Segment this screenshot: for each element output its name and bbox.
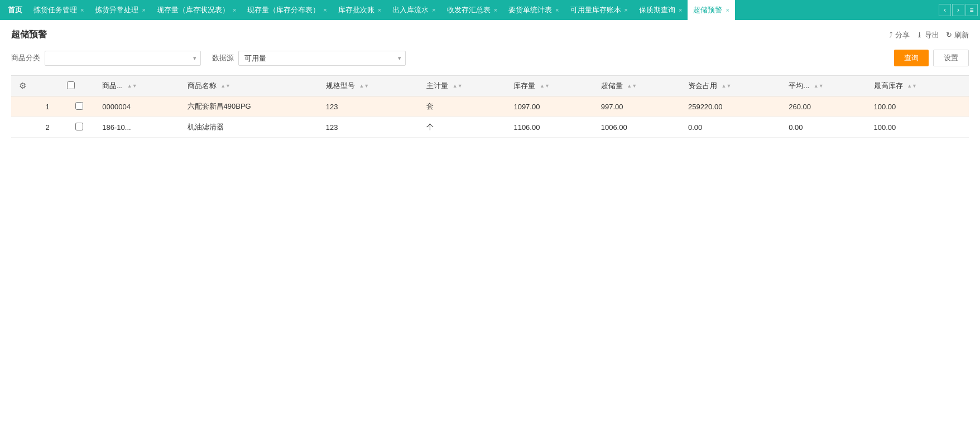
header-actions: ⤴ 分享 ⤓ 导出 ↻ 刷新	[889, 30, 969, 40]
close-tab-2[interactable]: ×	[142, 7, 145, 13]
col-settings: ⚙	[11, 76, 33, 96]
col-num	[33, 76, 61, 96]
row-stock-cell: 1097.00	[508, 96, 595, 117]
row-checkbox[interactable]	[75, 123, 83, 130]
select-all-checkbox[interactable]	[67, 81, 75, 89]
col-checkbox	[61, 76, 97, 96]
col-spec[interactable]: 规格型号 ▲▼	[320, 76, 421, 96]
col-overstock[interactable]: 超储量 ▲▼	[595, 76, 683, 96]
row-maxstock-cell: 100.00	[868, 96, 969, 117]
close-tab-8[interactable]: ×	[555, 7, 559, 13]
nav-prev-button[interactable]: ‹	[939, 4, 951, 16]
close-tab-9[interactable]: ×	[624, 7, 628, 13]
page-content: 超储预警 ⤴ 分享 ⤓ 导出 ↻ 刷新 商品分类 ▾	[0, 20, 980, 446]
refresh-button[interactable]: ↻ 刷新	[946, 30, 969, 40]
sort-overstock-icon: ▲▼	[627, 84, 637, 89]
row-capital-cell: 0.00	[683, 117, 783, 138]
table-header-row: ⚙ 商品... ▲▼ 商品名称 ▲▼ 规格型号 ▲▼	[11, 76, 969, 96]
nav-tab-2[interactable]: 拣货异常处理 ×	[89, 0, 151, 20]
close-tab-10[interactable]: ×	[679, 7, 682, 13]
category-select[interactable]	[45, 51, 201, 66]
category-filter-group: 商品分类 ▾	[11, 51, 201, 66]
close-tab-7[interactable]: ×	[494, 7, 497, 13]
query-button[interactable]: 查询	[894, 50, 929, 66]
filter-actions: 查询 设置	[894, 50, 969, 66]
row-settings-cell	[11, 117, 33, 138]
col-stock[interactable]: 库存量 ▲▼	[508, 76, 595, 96]
page-header: 超储预警 ⤴ 分享 ⤓ 导出 ↻ 刷新	[11, 29, 969, 41]
nav-tab-4[interactable]: 现存量（库存分布表） ×	[242, 0, 332, 20]
sort-unit-icon: ▲▼	[453, 84, 463, 89]
col-avg[interactable]: 平均... ▲▼	[783, 76, 868, 96]
row-num-cell: 1	[33, 96, 61, 117]
row-spec-cell: 123	[320, 117, 421, 138]
sort-avg-icon: ▲▼	[814, 84, 824, 89]
row-capital-cell: 259220.00	[683, 96, 783, 117]
filter-row: 商品分类 ▾ 数据源 可用量 ▾ 查询 设置	[11, 50, 969, 66]
datasource-select-wrapper: 可用量 ▾	[238, 51, 406, 66]
share-button[interactable]: ⤴ 分享	[889, 30, 910, 40]
sort-maxstock-icon: ▲▼	[907, 84, 917, 89]
row-checkbox[interactable]	[75, 102, 83, 110]
col-maxstock[interactable]: 最高库存 ▲▼	[868, 76, 969, 96]
category-label: 商品分类	[11, 53, 40, 63]
nav-tab-11[interactable]: 超储预警 ×	[688, 0, 734, 20]
table-row: 2 186-10... 机油滤清器 123 个 1106.00 1006.00 …	[11, 117, 969, 138]
row-name-cell: 机油滤清器	[182, 117, 320, 138]
top-navigation: 首页 拣货任务管理 × 拣货异常处理 × 现存量（库存状况表） × 现存量（库存…	[0, 0, 980, 20]
table-row: 1 0000004 六配套新昌490BPG 123 套 1097.00 997.…	[11, 96, 969, 117]
nav-home[interactable]: 首页	[2, 0, 28, 20]
row-overstock-cell: 1006.00	[595, 117, 683, 138]
sort-stock-icon: ▲▼	[540, 84, 550, 89]
sort-capital-icon: ▲▼	[722, 84, 732, 89]
nav-tab-5[interactable]: 库存批次账 ×	[333, 0, 387, 20]
row-checkbox-cell	[61, 96, 97, 117]
refresh-icon: ↻	[946, 31, 952, 39]
close-tab-11[interactable]: ×	[726, 7, 729, 13]
col-name[interactable]: 商品名称 ▲▼	[182, 76, 320, 96]
nav-tab-7[interactable]: 收发存汇总表 ×	[441, 0, 503, 20]
close-tab-4[interactable]: ×	[323, 7, 326, 13]
sort-code-icon: ▲▼	[127, 84, 137, 89]
nav-tab-1[interactable]: 拣货任务管理 ×	[28, 0, 89, 20]
datasource-label: 数据源	[212, 53, 234, 63]
datasource-filter-group: 数据源 可用量 ▾	[212, 51, 406, 66]
row-stock-cell: 1106.00	[508, 117, 595, 138]
col-code[interactable]: 商品... ▲▼	[97, 76, 181, 96]
row-overstock-cell: 997.00	[595, 96, 683, 117]
row-num-cell: 2	[33, 117, 61, 138]
row-avg-cell: 260.00	[783, 96, 868, 117]
nav-arrows: ‹ › ≡	[939, 4, 978, 16]
sort-name-icon: ▲▼	[220, 84, 230, 89]
nav-tab-8[interactable]: 要货单统计表 ×	[503, 0, 564, 20]
row-unit-cell: 套	[421, 96, 508, 117]
nav-next-button[interactable]: ›	[952, 4, 964, 16]
nav-tab-6[interactable]: 出入库流水 ×	[387, 0, 441, 20]
settings-button[interactable]: 设置	[933, 50, 969, 66]
row-name-cell: 六配套新昌490BPG	[182, 96, 320, 117]
nav-more-button[interactable]: ≡	[965, 4, 978, 16]
datasource-select[interactable]: 可用量	[238, 51, 406, 66]
col-unit[interactable]: 主计量 ▲▼	[421, 76, 508, 96]
page-title: 超储预警	[11, 29, 47, 41]
row-avg-cell: 0.00	[783, 117, 868, 138]
row-code-cell: 186-10...	[97, 117, 181, 138]
row-maxstock-cell: 100.00	[868, 117, 969, 138]
data-table: ⚙ 商品... ▲▼ 商品名称 ▲▼ 规格型号 ▲▼	[11, 75, 969, 138]
export-icon: ⤓	[916, 31, 923, 39]
export-button[interactable]: ⤓ 导出	[916, 30, 939, 40]
close-tab-1[interactable]: ×	[80, 7, 84, 13]
nav-tab-10[interactable]: 保质期查询 ×	[633, 0, 688, 20]
nav-tab-9[interactable]: 可用量库存账本 ×	[565, 0, 633, 20]
column-settings-icon[interactable]: ⚙	[19, 81, 26, 90]
category-select-wrapper: ▾	[45, 51, 201, 66]
close-tab-3[interactable]: ×	[233, 7, 236, 13]
row-settings-cell	[11, 96, 33, 117]
row-code-cell: 0000004	[97, 96, 181, 117]
sort-spec-icon: ▲▼	[359, 84, 369, 89]
row-unit-cell: 个	[421, 117, 508, 138]
close-tab-5[interactable]: ×	[378, 7, 381, 13]
close-tab-6[interactable]: ×	[432, 7, 435, 13]
col-capital[interactable]: 资金占用 ▲▼	[683, 76, 783, 96]
nav-tab-3[interactable]: 现存量（库存状况表） ×	[151, 0, 242, 20]
